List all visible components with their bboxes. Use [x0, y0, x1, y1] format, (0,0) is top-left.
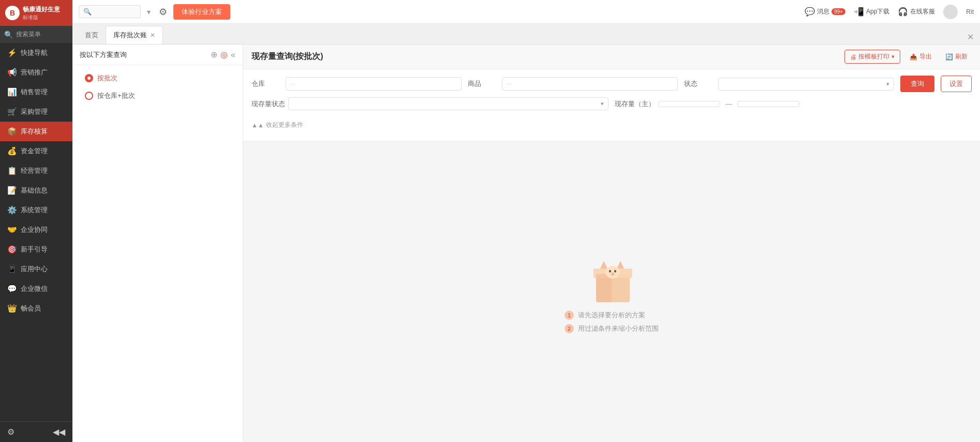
warehouse-input[interactable]: ··· — [286, 77, 462, 91]
inventory-qty-from[interactable] — [658, 101, 720, 107]
product-filter: 商品 ··· — [468, 77, 678, 91]
company-name: 畅康通好生意 — [23, 5, 60, 14]
finance-icon: 💰 — [7, 146, 17, 156]
filter-row-2: 现存量状态 ▾ 现存量（主） — — [251, 97, 972, 110]
tab-batch[interactable]: 库存批次账 ✕ — [106, 26, 163, 44]
sales-label: 销售管理 — [21, 87, 48, 97]
tab-batch-label: 库存批次账 — [113, 31, 147, 40]
scheme-dot-batch — [85, 74, 93, 82]
shortcut-icon: ⚡ — [7, 48, 17, 57]
inventory-icon: 📦 — [7, 127, 17, 136]
sidebar-item-operations[interactable]: 📋 经营管理 — [0, 161, 72, 181]
collapse-button[interactable]: ▲▲ 收起更多条件 — [251, 117, 972, 132]
edition-label: 标准版 — [23, 14, 60, 21]
topbar-search-input[interactable] — [94, 8, 135, 16]
topbar-search-box[interactable]: 🔍 — [79, 5, 141, 18]
topbar-dropdown-icon[interactable]: ▾ — [145, 6, 153, 18]
left-panel-header: 按以下方案查询 ⊕ ◎ « — [72, 45, 243, 65]
sales-icon: 📊 — [7, 87, 17, 97]
refresh-icon: 🔄 — [945, 53, 953, 61]
export-label: 导出 — [919, 52, 932, 61]
export-button[interactable]: 📤 导出 — [905, 50, 936, 63]
sidebar-item-basic[interactable]: 📝 基础信息 — [0, 181, 72, 200]
tab-home[interactable]: 首页 — [78, 26, 106, 44]
sidebar-item-enterprise[interactable]: 🤝 企业协同 — [0, 220, 72, 240]
marketing-label: 营销推广 — [21, 68, 48, 77]
left-panel-title: 按以下方案查询 — [80, 50, 127, 60]
add-scheme-icon[interactable]: ⊕ — [211, 50, 217, 60]
messages-label: 消息 — [817, 7, 829, 16]
empty-state: 1 请先选择要分析的方案 2 用过滤条件来缩小分析范围 — [243, 141, 980, 442]
scheme-dot-inner — [87, 77, 91, 80]
sidebar-item-newbie[interactable]: 🎯 新手引导 — [0, 240, 72, 259]
messages-badge: 99+ — [831, 8, 845, 15]
svg-point-6 — [609, 270, 611, 272]
sidebar-item-inventory[interactable]: 📦 库存核算 — [0, 122, 72, 141]
app-logo: B — [5, 6, 20, 20]
print-dropdown-icon[interactable]: ▾ — [892, 53, 895, 60]
search-menu-item[interactable]: 🔍 搜索菜单 — [0, 26, 72, 43]
inventory-qty-filter: 现存量（主） — — [615, 99, 972, 109]
search-menu-label: 搜索菜单 — [16, 30, 41, 39]
sidebar-item-shortcut[interactable]: ⚡ 快捷导航 — [0, 43, 72, 63]
newbie-icon: 🎯 — [7, 245, 17, 254]
sidebar-item-system[interactable]: ⚙️ 系统管理 — [0, 200, 72, 220]
refresh-button[interactable]: 🔄 刷新 — [941, 50, 972, 63]
sidebar-item-wechat[interactable]: 💬 企业微信 — [0, 279, 72, 299]
export-icon: 📤 — [910, 53, 917, 61]
collapse-sidebar-icon[interactable]: ◀◀ — [53, 427, 65, 437]
step-2-num: 2 — [565, 324, 574, 333]
status-select[interactable]: ▾ — [718, 78, 894, 91]
svg-point-8 — [612, 273, 614, 274]
sidebar-header: B 畅康通好生意 标准版 — [0, 0, 72, 26]
settings-button[interactable]: 设置 — [941, 76, 972, 92]
newbie-label: 新手引导 — [21, 245, 48, 254]
system-icon: ⚙️ — [7, 205, 17, 215]
finance-label: 资金管理 — [21, 146, 48, 156]
svg-point-7 — [614, 270, 616, 272]
print-button[interactable]: 🖨 按模板打印 ▾ — [844, 50, 900, 64]
empty-illustration — [586, 251, 637, 302]
scheme-settings-icon[interactable]: ◎ — [220, 50, 228, 60]
sidebar-footer: ⚙ ◀◀ — [0, 421, 72, 442]
sidebar-item-sales[interactable]: 📊 销售管理 — [0, 82, 72, 102]
topbar-gear-icon[interactable]: ⚙ — [157, 4, 169, 20]
online-service-button[interactable]: 🎧 在线客服 — [898, 7, 935, 17]
scheme-item-warehouse-batch[interactable]: 按仓库+批次 — [72, 87, 243, 105]
main-close-icon[interactable]: ✕ — [965, 30, 976, 44]
app-download-button[interactable]: 📲 App下载 — [854, 7, 889, 17]
filter-row-1: 仓库 ··· 商品 ··· 状态 — [251, 76, 972, 92]
scheme-item-batch[interactable]: 按批次 — [72, 69, 243, 87]
tab-batch-close-icon[interactable]: ✕ — [150, 32, 155, 39]
panel-header-actions: ⊕ ◎ « — [211, 50, 235, 60]
content-area: 按以下方案查询 ⊕ ◎ « 按批次 按仓库+批次 — [72, 45, 980, 442]
empty-text-list: 1 请先选择要分析的方案 2 用过滤条件来缩小分析范围 — [565, 311, 659, 333]
inventory-qty-to[interactable] — [737, 101, 799, 107]
wechat-icon: 💬 — [7, 284, 17, 293]
svg-marker-3 — [600, 261, 607, 269]
empty-step-1: 1 请先选择要分析的方案 — [565, 311, 659, 320]
inventory-label: 库存核算 — [21, 127, 48, 136]
experience-button[interactable]: 体验行业方案 — [173, 4, 230, 20]
product-input[interactable]: ··· — [502, 77, 678, 91]
sidebar-item-marketing[interactable]: 📢 营销推广 — [0, 63, 72, 82]
svg-rect-2 — [596, 274, 612, 302]
app-download-icon: 📲 — [854, 7, 864, 17]
empty-step-2: 2 用过滤条件来缩小分析范围 — [565, 324, 659, 333]
sidebar-item-purchase[interactable]: 🛒 采购管理 — [0, 102, 72, 122]
print-label: 按模板打印 — [858, 52, 889, 61]
query-button[interactable]: 查询 — [900, 76, 934, 92]
tab-home-label: 首页 — [85, 31, 98, 40]
page-title: 现存量查询(按批次) — [251, 51, 323, 62]
sidebar-item-finance[interactable]: 💰 资金管理 — [0, 141, 72, 161]
collapse-panel-icon[interactable]: « — [231, 50, 235, 60]
appstore-label: 应用中心 — [21, 264, 48, 274]
user-avatar[interactable] — [943, 5, 958, 19]
sidebar-item-appstore[interactable]: 📱 应用中心 — [0, 259, 72, 279]
inventory-status-dropdown-icon: ▾ — [601, 100, 604, 107]
status-label: 状态 — [684, 79, 715, 89]
sidebar-item-member[interactable]: 👑 畅会员 — [0, 299, 72, 318]
messages-button[interactable]: 💬 消息 99+ — [805, 7, 845, 17]
inventory-status-select[interactable]: ▾ — [288, 97, 608, 110]
settings-icon[interactable]: ⚙ — [7, 427, 14, 437]
